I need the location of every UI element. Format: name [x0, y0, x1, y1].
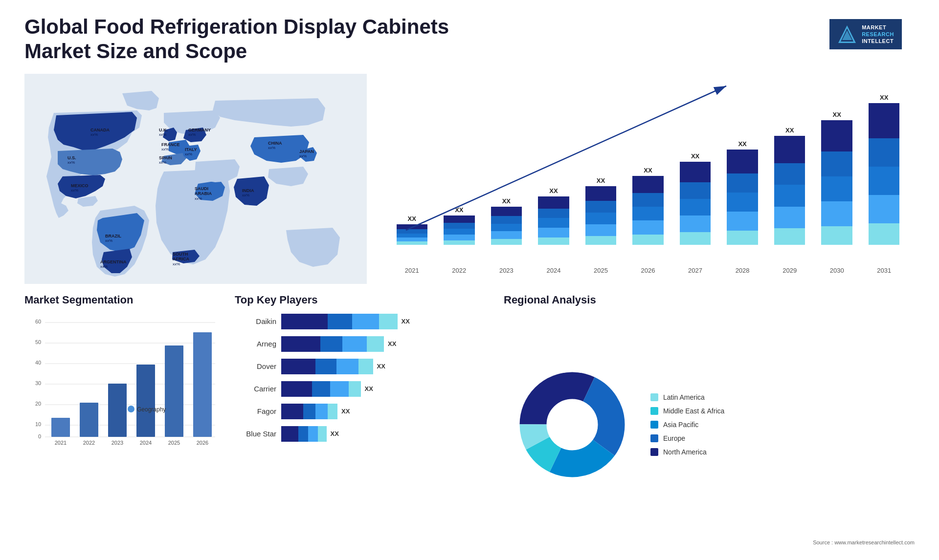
legend-item-middle-east-&-africa: Middle East & Africa: [650, 407, 724, 415]
player-row-fagor: FagorXX: [235, 404, 489, 419]
bar-segment-0: [727, 150, 758, 173]
bar-group-2030: XX: [816, 88, 858, 245]
bar-value-2026: XX: [644, 167, 652, 174]
player-bar: [281, 404, 337, 419]
svg-text:ARABIA: ARABIA: [195, 191, 212, 196]
bar-segment-2: [397, 234, 427, 237]
player-bar-segment-1: [315, 359, 336, 374]
svg-text:xx%: xx%: [159, 132, 166, 137]
svg-text:JAPAN: JAPAN: [299, 149, 314, 154]
bar-value-2021: XX: [408, 215, 416, 222]
player-bar: [281, 426, 327, 442]
bar-segment-1: [632, 193, 663, 207]
bar-segment-4: [727, 231, 758, 245]
bar-segment-4: [869, 223, 899, 245]
svg-text:30: 30: [35, 380, 41, 386]
legend-label: Latin America: [663, 393, 705, 401]
svg-text:2025: 2025: [168, 440, 180, 446]
player-bar: [281, 359, 373, 374]
player-bar-segment-1: [298, 426, 308, 442]
bar-segment-1: [774, 163, 805, 185]
bar-value-2029: XX: [785, 127, 794, 134]
svg-rect-57: [193, 332, 212, 437]
player-value: XX: [365, 385, 373, 392]
bar-segment-1: [538, 209, 569, 218]
bar-year-label-2031: 2031: [863, 267, 905, 274]
segmentation-container: Market Segmentation 60 50 40 30 20 10 0: [24, 294, 220, 545]
svg-text:2023: 2023: [112, 440, 123, 446]
bar-segment-3: [632, 220, 663, 234]
svg-text:CHINA: CHINA: [268, 141, 282, 146]
bar-segment-3: [491, 231, 522, 239]
bar-segment-2: [821, 176, 852, 201]
svg-text:MEXICO: MEXICO: [71, 183, 89, 188]
bar-year-label-2024: 2024: [533, 267, 575, 274]
legend-color-swatch: [650, 393, 658, 401]
legend-label: Europe: [663, 434, 685, 442]
page-container: Global Food Refrigeration Display Cabine…: [0, 0, 939, 560]
regional-container: Regional Analysis: [504, 294, 915, 545]
logo-text: MARKET RESEARCH INTELLECT: [862, 24, 894, 45]
svg-text:2022: 2022: [83, 440, 95, 446]
svg-text:2026: 2026: [197, 440, 208, 446]
bar-group-2028: XX: [722, 88, 763, 245]
player-name: Dover: [235, 362, 276, 370]
bar-year-label-2028: 2028: [722, 267, 763, 274]
bottom-section: Market Segmentation 60 50 40 30 20 10 0: [24, 294, 915, 545]
bar-stack-2026: [632, 176, 663, 245]
svg-text:SAUDI: SAUDI: [195, 186, 208, 191]
bar-segment-0: [538, 196, 569, 209]
svg-text:xx%: xx%: [100, 264, 108, 269]
bar-year-label-2022: 2022: [439, 267, 480, 274]
player-bar: [281, 381, 361, 397]
segmentation-title: Market Segmentation: [24, 294, 220, 306]
bar-group-2023: XX: [486, 88, 527, 245]
bar-segment-2: [869, 167, 899, 195]
bar-segment-4: [397, 241, 427, 244]
bar-value-2031: XX: [880, 94, 888, 101]
bar-segment-4: [774, 228, 805, 244]
player-bar-segment-2: [342, 336, 367, 352]
legend-color-swatch: [650, 421, 658, 429]
segmentation-chart: 60 50 40 30 20 10 0: [24, 314, 220, 451]
player-bar-segment-1: [320, 336, 342, 352]
bar-year-label-2030: 2030: [816, 267, 858, 274]
bar-segment-2: [680, 199, 711, 215]
svg-rect-52: [51, 418, 70, 437]
player-bar-segment-2: [352, 314, 379, 329]
bar-segment-0: [491, 207, 522, 216]
player-name: Fagor: [235, 407, 276, 415]
svg-text:GERMANY: GERMANY: [188, 128, 211, 132]
legend-color-swatch: [650, 407, 658, 415]
legend-item-europe: Europe: [650, 434, 724, 442]
player-bar-segment-0: [281, 336, 320, 352]
player-value: XX: [402, 318, 410, 325]
player-row-daikin: DaikinXX: [235, 314, 489, 329]
svg-text:xx%: xx%: [67, 160, 75, 165]
bar-stack-2030: [821, 120, 852, 245]
player-name: Carrier: [235, 385, 276, 393]
legend-container: Latin AmericaMiddle East & AfricaAsia Pa…: [650, 393, 724, 456]
bar-segment-2: [444, 229, 474, 235]
donut-chart: [504, 356, 641, 493]
svg-text:50: 50: [35, 339, 41, 345]
svg-text:xx%: xx%: [188, 132, 196, 137]
bar-value-2027: XX: [691, 152, 699, 160]
bar-segment-3: [869, 195, 899, 223]
bar-year-label-2021: 2021: [391, 267, 433, 274]
bar-stack-2024: [538, 196, 569, 245]
bar-segment-3: [444, 235, 474, 240]
bar-segment-4: [585, 236, 616, 245]
player-bar-segment-2: [336, 359, 358, 374]
player-bar-segment-0: [281, 314, 328, 329]
legend-label: Asia Pacific: [663, 421, 698, 429]
svg-text:60: 60: [35, 319, 41, 324]
player-row-arneg: ArnegXX: [235, 336, 489, 352]
svg-point-71: [547, 399, 598, 450]
player-row-carrier: CarrierXX: [235, 381, 489, 397]
svg-text:0: 0: [38, 433, 41, 439]
map-container: CANADA xx% U.S. xx% MEXICO xx% BRAZIL xx…: [24, 74, 367, 284]
bar-segment-3: [397, 237, 427, 241]
svg-text:CANADA: CANADA: [90, 128, 110, 132]
bar-segment-2: [491, 224, 522, 232]
